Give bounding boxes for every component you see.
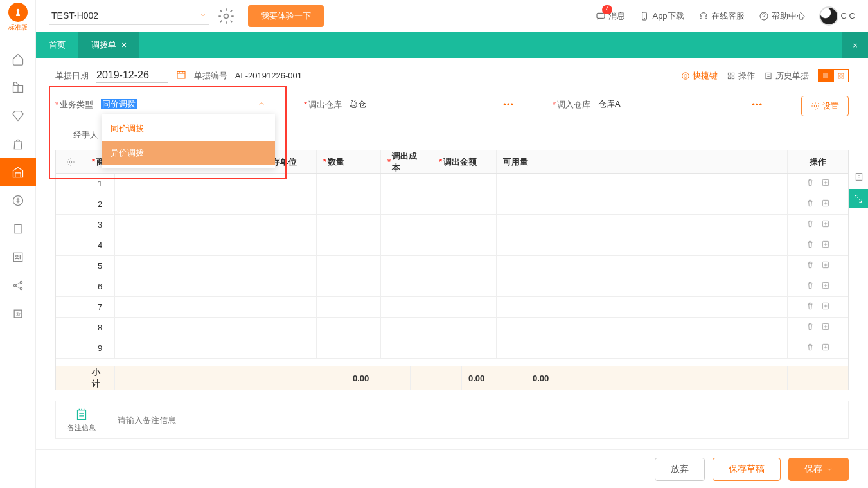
gear-icon[interactable] — [217, 7, 235, 25]
save-draft-button[interactable]: 保存草稿 — [713, 458, 781, 481]
more-icon[interactable]: ••• — [752, 100, 763, 109]
svg-point-5 — [13, 284, 15, 286]
nav-contact-icon[interactable] — [0, 243, 36, 271]
svg-point-7 — [20, 287, 22, 289]
footer-actions: 放弃 保存草稿 保存 — [36, 449, 868, 488]
add-icon[interactable] — [821, 199, 830, 210]
table-row[interactable]: 7 — [56, 297, 848, 318]
delete-icon[interactable] — [806, 343, 815, 354]
add-icon[interactable] — [821, 260, 830, 271]
nav-warehouse-icon[interactable] — [0, 158, 36, 186]
col-cost: *调出成本 — [381, 150, 432, 173]
logo-text: 标准版 — [8, 23, 28, 32]
date-value[interactable]: 2019-12-26 — [96, 68, 168, 83]
delete-icon[interactable] — [806, 240, 815, 251]
help-link[interactable]: 帮助中心 — [759, 10, 805, 22]
add-icon[interactable] — [821, 219, 830, 230]
svg-point-28 — [69, 161, 72, 163]
subtotal-avail: 0.00 — [526, 366, 788, 390]
col-ops: 操作 — [788, 150, 848, 173]
calendar-icon[interactable] — [176, 69, 186, 82]
table-row[interactable]: 2 — [56, 194, 848, 215]
operation-link[interactable]: 操作 — [727, 70, 755, 82]
dropdown-option-same-price[interactable]: 同价调拨 — [102, 116, 275, 141]
user-menu[interactable]: C C — [819, 6, 855, 26]
table-row[interactable]: 8 — [56, 318, 848, 338]
table-row[interactable]: 4 — [56, 235, 848, 256]
svg-point-10 — [224, 14, 229, 18]
svg-point-27 — [814, 105, 817, 107]
customer-service-link[interactable]: 在线客服 — [698, 10, 745, 22]
more-icon[interactable]: ••• — [503, 100, 514, 109]
table-settings-icon[interactable] — [56, 150, 85, 173]
tab-transfer-order[interactable]: 调拨单 × — [78, 32, 139, 58]
table-row[interactable]: 9 — [56, 338, 848, 359]
store-input[interactable] — [51, 10, 199, 21]
delete-icon[interactable] — [806, 281, 815, 292]
shortcut-link[interactable]: 快捷键 — [681, 70, 718, 82]
float-doc-icon[interactable] — [849, 167, 868, 186]
svg-rect-21 — [732, 77, 734, 79]
add-icon[interactable] — [821, 281, 830, 292]
view-list-button[interactable] — [818, 69, 833, 82]
delete-icon[interactable] — [806, 199, 815, 210]
add-icon[interactable] — [821, 322, 830, 333]
close-all-tabs[interactable]: × — [842, 32, 868, 58]
float-expand-icon[interactable] — [849, 189, 868, 208]
svg-point-17 — [684, 74, 687, 77]
dropdown-option-diff-price[interactable]: 异价调拨 — [102, 141, 275, 165]
add-icon[interactable] — [821, 343, 830, 354]
nav-home-icon[interactable] — [0, 45, 36, 73]
svg-rect-39 — [856, 174, 862, 181]
table-row[interactable]: 3 — [56, 215, 848, 235]
document-header: 单据日期 2019-12-26 单据编号 AL-20191226-001 快捷键… — [55, 68, 849, 83]
doc-no-label: 单据编号 — [194, 70, 227, 82]
discard-button[interactable]: 放弃 — [655, 458, 705, 481]
trial-button[interactable]: 我要体验一下 — [248, 5, 324, 27]
delete-icon[interactable] — [806, 302, 815, 312]
biz-type-field[interactable]: *业务类型 同价调拨 同价调拨 异价调拨 — [55, 96, 265, 113]
nav-bag-icon[interactable] — [0, 130, 36, 158]
nav-clipboard-icon[interactable] — [0, 215, 36, 243]
save-button[interactable]: 保存 — [788, 458, 849, 481]
subtotal-label: 小计 — [85, 366, 115, 390]
delete-icon[interactable] — [806, 322, 815, 333]
settings-button[interactable]: 设置 — [801, 96, 849, 116]
svg-rect-22 — [766, 73, 771, 78]
subtotal-qty: 0.00 — [346, 366, 411, 390]
app-download-link[interactable]: App下载 — [639, 10, 684, 22]
delete-icon[interactable] — [806, 260, 815, 271]
nav-new-icon[interactable]: 新 — [0, 300, 36, 328]
out-warehouse-field[interactable]: *调出仓库 总仓 ••• — [304, 96, 514, 113]
handler-field[interactable]: 经手人 — [73, 129, 98, 141]
in-warehouse-value: 仓库A — [596, 96, 763, 113]
add-icon[interactable] — [821, 302, 830, 312]
history-link[interactable]: 历史单据 — [764, 70, 809, 82]
nav-diamond-icon[interactable] — [0, 102, 36, 130]
svg-rect-20 — [728, 77, 731, 79]
svg-rect-26 — [842, 77, 844, 78]
table-row[interactable]: 6 — [56, 276, 848, 297]
view-toggle — [818, 69, 849, 82]
messages-link[interactable]: 消息 4 — [596, 10, 625, 22]
add-icon[interactable] — [821, 178, 830, 189]
table-row[interactable]: 5 — [56, 256, 848, 276]
out-warehouse-value: 总仓 — [347, 96, 514, 113]
delete-icon[interactable] — [806, 178, 815, 189]
nav-share-icon[interactable] — [0, 271, 36, 300]
col-qty: *数量 — [317, 150, 381, 173]
store-selector[interactable] — [49, 6, 209, 25]
svg-rect-18 — [728, 73, 731, 75]
view-grid-button[interactable] — [833, 69, 849, 82]
add-icon[interactable] — [821, 240, 830, 251]
delete-icon[interactable] — [806, 219, 815, 230]
in-warehouse-field[interactable]: *调入仓库 仓库A ••• — [553, 96, 763, 113]
nav-money-icon[interactable] — [0, 186, 36, 215]
table-row[interactable]: 1 — [56, 174, 848, 194]
chevron-up-icon[interactable] — [258, 100, 265, 109]
nav-gift-icon[interactable] — [0, 73, 36, 102]
close-icon[interactable]: × — [121, 40, 127, 50]
remarks-input[interactable] — [107, 401, 848, 438]
tab-home[interactable]: 首页 — [36, 32, 78, 58]
svg-point-0 — [16, 9, 19, 12]
